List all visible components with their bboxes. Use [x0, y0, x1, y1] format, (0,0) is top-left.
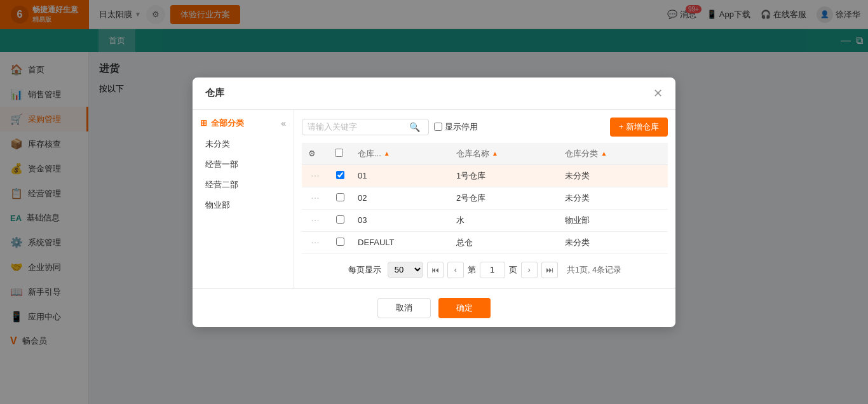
row-code-0: 01	[351, 165, 450, 187]
page-number-input[interactable]	[480, 262, 505, 278]
th-category-label: 仓库分类	[565, 148, 598, 159]
warehouse-content-panel: 🔍 显示停用 + 新增仓库 ⚙	[294, 110, 675, 288]
th-code: 仓库... ▲	[351, 143, 450, 165]
row-name-2: 水	[450, 209, 559, 231]
modal-body: ⊞ 全部分类 « 未分类 经营一部 经营二部 物业部	[193, 110, 675, 288]
content-toolbar: 🔍 显示停用 + 新增仓库	[302, 118, 668, 137]
grid-icon: ⊞	[200, 118, 207, 128]
search-icon: 🔍	[409, 122, 420, 132]
per-page-select[interactable]: 50 100	[388, 262, 423, 278]
row-category-0: 未分类	[559, 165, 668, 187]
table-header: ⚙ 仓库... ▲	[302, 143, 668, 165]
per-page-label: 每页显示	[348, 264, 381, 276]
search-input[interactable]	[308, 122, 409, 131]
page-last-button[interactable]: ⏭	[541, 262, 558, 278]
page-unit: 页	[509, 264, 517, 276]
row-options-icon[interactable]: ···	[311, 215, 319, 226]
row-check-3	[329, 231, 351, 253]
th-name: 仓库名称 ▲	[450, 143, 559, 165]
tree-item-uncategorized[interactable]: 未分类	[193, 134, 294, 154]
modal-title: 仓库	[205, 87, 224, 99]
th-name-label: 仓库名称	[456, 148, 489, 159]
tree-item-property[interactable]: 物业部	[193, 195, 294, 215]
warehouse-table: ⚙ 仓库... ▲	[302, 143, 668, 254]
row-dots-1[interactable]: ···	[302, 187, 329, 209]
row-checkbox-1[interactable]	[336, 193, 344, 201]
row-checkbox-3[interactable]	[336, 238, 344, 246]
add-warehouse-button[interactable]: + 新增仓库	[610, 118, 668, 137]
row-check-0	[329, 165, 351, 187]
pagination: 每页显示 50 100 ⏮ ‹ 第 页 › ⏭ 共1页, 4条记录	[302, 254, 668, 281]
row-checkbox-2[interactable]	[336, 215, 344, 224]
row-dots-0[interactable]: ···	[302, 165, 329, 187]
tree-item-dept2[interactable]: 经营二部	[193, 175, 294, 195]
row-check-1	[329, 187, 351, 209]
modal-overlay: 仓库 ✕ ⊞ 全部分类 « 未分类 经营一部	[0, 0, 868, 404]
page-first-button[interactable]: ⏮	[427, 262, 444, 278]
row-name-3: 总仓	[450, 231, 559, 253]
row-code-2: 03	[351, 209, 450, 231]
row-dots-3[interactable]: ···	[302, 231, 329, 253]
tree-item-dept1[interactable]: 经营一部	[193, 154, 294, 175]
row-category-2: 物业部	[559, 209, 668, 231]
confirm-button[interactable]: 确定	[438, 298, 491, 318]
row-options-icon[interactable]: ···	[311, 237, 319, 248]
search-field-wrap: 🔍	[302, 119, 429, 135]
page-label: 第	[468, 264, 476, 276]
modal-close-button[interactable]: ✕	[653, 86, 663, 100]
sort-icon-code: ▲	[384, 150, 390, 157]
table-body: ··· 01 1号仓库 未分类 ··· 02 2号仓库 未分类 ···	[302, 165, 668, 253]
table-row[interactable]: ··· 03 水 物业部	[302, 209, 668, 231]
row-options-icon[interactable]: ···	[311, 170, 319, 181]
row-check-2	[329, 209, 351, 231]
category-tree-panel: ⊞ 全部分类 « 未分类 经营一部 经营二部 物业部	[193, 110, 294, 288]
sort-icon-category: ▲	[600, 150, 607, 157]
page-total-info: 共1页, 4条记录	[567, 264, 622, 276]
show-disabled-checkbox[interactable]	[434, 123, 442, 131]
row-checkbox-0[interactable]	[336, 171, 344, 179]
row-code-1: 02	[351, 187, 450, 209]
sort-icon-name: ▲	[492, 150, 498, 157]
row-category-3: 未分类	[559, 231, 668, 253]
page-prev-button[interactable]: ‹	[447, 262, 464, 278]
show-disabled-text: 显示停用	[445, 121, 478, 133]
th-check	[329, 143, 351, 165]
page-next-button[interactable]: ›	[521, 262, 538, 278]
row-name-1: 2号仓库	[450, 187, 559, 209]
cancel-button[interactable]: 取消	[377, 298, 431, 318]
select-all-checkbox[interactable]	[335, 149, 343, 157]
modal-header: 仓库 ✕	[193, 77, 675, 110]
table-row[interactable]: ··· 01 1号仓库 未分类	[302, 165, 668, 187]
th-category: 仓库分类 ▲	[559, 143, 668, 165]
row-dots-2[interactable]: ···	[302, 209, 329, 231]
tree-header: ⊞ 全部分类 «	[193, 118, 294, 134]
all-categories-label: 全部分类	[211, 118, 244, 129]
row-category-1: 未分类	[559, 187, 668, 209]
settings-icon: ⚙	[308, 149, 316, 158]
row-options-icon[interactable]: ···	[311, 192, 319, 203]
collapse-tree-button[interactable]: «	[281, 118, 286, 128]
all-categories-item[interactable]: ⊞ 全部分类	[200, 118, 244, 129]
warehouse-modal: 仓库 ✕ ⊞ 全部分类 « 未分类 经营一部	[193, 77, 675, 327]
modal-footer: 取消 确定	[193, 288, 675, 327]
row-code-3: DEFAULT	[351, 231, 450, 253]
table-row[interactable]: ··· DEFAULT 总仓 未分类	[302, 231, 668, 253]
row-name-0: 1号仓库	[450, 165, 559, 187]
th-code-label: 仓库...	[358, 148, 381, 159]
table-row[interactable]: ··· 02 2号仓库 未分类	[302, 187, 668, 209]
show-disabled-label: 显示停用	[434, 121, 478, 133]
th-settings: ⚙	[302, 143, 329, 165]
